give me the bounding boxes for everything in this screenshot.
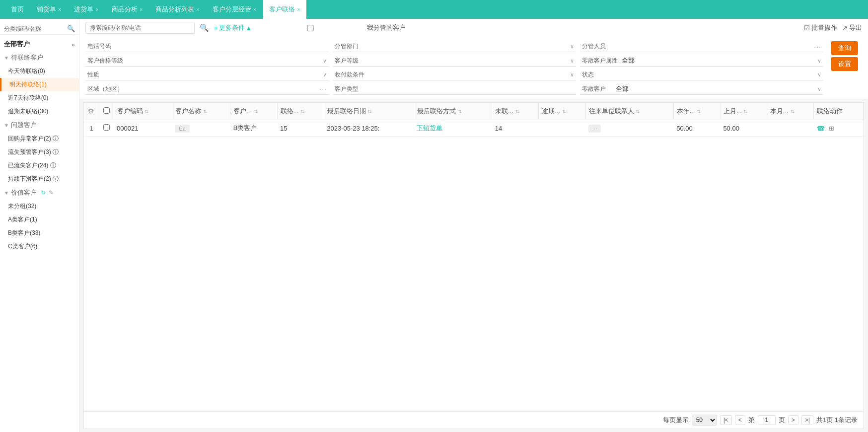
query-button[interactable]: 查询 [831,41,858,55]
search-input[interactable] [85,22,195,34]
chevron-down-icon[interactable]: ∨ [570,43,574,50]
sort-icon[interactable]: ⇅ [254,109,258,114]
region-input[interactable] [125,85,317,92]
refresh-icon[interactable]: ↻ [41,189,46,196]
chevron-down-icon[interactable]: ∨ [817,58,821,64]
col-code: 客户编码 ⇅ [114,103,172,120]
payment-input[interactable] [366,72,568,78]
last-month-amount: 50.00 [720,120,767,137]
close-icon[interactable]: × [297,6,300,12]
export-button[interactable]: ↗ 导出 [842,23,862,32]
sidebar-item-lostwarning[interactable]: 流失预警客户(3) ⓘ [0,145,79,159]
close-icon[interactable]: × [140,6,143,12]
collapse-icon[interactable]: « [72,41,75,48]
first-page-btn[interactable]: |< [720,415,732,425]
my-customers-input[interactable] [256,25,365,31]
sidebar-group-pending[interactable]: ▼ 待联络客户 [0,51,79,65]
more-icon[interactable]: ··· [319,85,327,93]
sidebar-item-lost[interactable]: 已流失客户(24) ⓘ [0,159,79,172]
sidebar-group-value[interactable]: ▼ 价值客户 ↻ ✎ [0,186,79,200]
chevron-down-icon[interactable]: ∨ [570,58,574,64]
next-page-btn[interactable]: > [788,415,798,425]
chevron-down-icon[interactable]: ∨ [570,72,574,78]
nav-customer-tier[interactable]: 客户分层经营 × [207,0,262,19]
sort-icon[interactable]: ⇅ [791,109,795,114]
sort-icon[interactable]: ⇅ [562,109,566,114]
sidebar-item-c-class[interactable]: C类客户(6) [0,240,79,253]
sort-icon[interactable]: ⇅ [697,109,701,114]
sidebar-item-ungrouped[interactable]: 未分组(32) [0,200,79,213]
sidebar-group-problem[interactable]: ▼ 问题客户 [0,118,79,132]
all-customers-title[interactable]: 全部客户 « [0,38,79,51]
close-icon[interactable]: × [196,6,199,12]
phone-action-icon[interactable]: ☎ [817,125,825,132]
nav-purchase-order[interactable]: 进货单 × [68,0,104,19]
filter-icon: ≡ [214,24,218,32]
overdue-cell [539,120,585,137]
customer-type-cell: B类客户 [230,120,277,137]
select-all-checkbox[interactable] [103,107,110,114]
person-input[interactable] [614,43,812,50]
nav-home[interactable]: 首页 [5,0,30,19]
chevron-down-icon[interactable]: ∨ [817,86,821,92]
row-select-checkbox[interactable] [103,124,110,131]
customer-name: Ea [172,120,230,137]
nav-sales-order[interactable]: 销货单 × [31,0,67,19]
nav-customer-contact[interactable]: 客户联络 × [263,0,306,19]
sort-icon[interactable]: ⇅ [515,109,519,114]
sort-icon[interactable]: ⇅ [300,109,304,114]
sidebar-search-input[interactable] [4,25,65,32]
per-page-select[interactable]: 50 10 20 100 [692,415,717,426]
sidebar-item-overdue[interactable]: 逾期未联络(30) [0,105,79,118]
more-conditions-btn[interactable]: ≡ 更多条件 ▲ [214,23,252,32]
customer-level-input[interactable] [366,57,568,64]
sidebar-item-tomorrow[interactable]: 明天待联络(1) [0,78,79,91]
page-number-input[interactable] [758,415,776,425]
sidebar-item-7days[interactable]: 近7天待联络(0) [0,91,79,105]
close-icon[interactable]: × [95,6,98,12]
customer-type-input[interactable] [366,85,574,92]
sidebar-item-a-class[interactable]: A类客户(1) [0,213,79,226]
filter-payment: 收付款条件 ∨ [333,70,576,80]
nav-product-analysis-list[interactable]: 商品分析列表 × [149,0,205,19]
settings-button[interactable]: 设置 [831,57,858,71]
more-icon[interactable]: ··· [814,43,821,51]
batch-op-button[interactable]: ☑ 批量操作 [804,23,837,32]
my-customers-checkbox[interactable]: 我分管的客户 [256,23,406,32]
sidebar-item-b-class[interactable]: B类客户(33) [0,226,79,240]
sidebar-item-today[interactable]: 今天待联络(0) [0,65,79,78]
sort-icon[interactable]: ⇅ [367,109,371,114]
prev-page-btn[interactable]: < [735,415,745,425]
chevron-down-icon[interactable]: ∨ [817,72,821,78]
sort-icon[interactable]: ⇅ [203,109,207,114]
row-action-group: ☎ ⊞ [817,125,861,132]
sort-icon[interactable]: ⇅ [743,109,747,114]
close-icon[interactable]: × [58,6,61,12]
top-nav: 首页 销货单 × 进货单 × 商品分析 × 商品分析列表 × 客户分层经营 × … [0,0,868,19]
nav-product-analysis[interactable]: 商品分析 × [106,0,148,19]
status-input[interactable] [614,72,815,78]
phone-input[interactable] [119,43,327,50]
last-contact-link[interactable]: 下销货单 [417,124,442,132]
sidebar-item-declining[interactable]: 持续下滑客户(2) ⓘ [0,172,79,186]
sidebar-search-icon[interactable]: 🔍 [67,25,75,32]
sort-icon[interactable]: ⇅ [458,109,462,114]
sort-icon[interactable]: ⇅ [145,109,148,114]
chevron-down-icon[interactable]: ∨ [323,58,327,64]
sort-icon[interactable]: ⇅ [636,109,640,114]
gear-icon[interactable]: ⚙ [88,107,94,115]
dept-input[interactable] [366,43,568,50]
edit-icon[interactable]: ✎ [49,189,54,196]
filter-row-3: 性质 ∨ 收付款条件 ∨ 状态 ∨ [85,70,823,80]
chevron-down-icon[interactable]: ∨ [323,72,327,78]
advanced-filter: 电话号码 分管部门 ∨ 分管人员 ··· [79,37,868,99]
grid-action-icon[interactable]: ⊞ [829,125,834,132]
sidebar-item-abnormal[interactable]: 回购异常客户(2) ⓘ [0,132,79,145]
filter-dept: 分管部门 ∨ [333,41,576,52]
last-page-btn[interactable]: >| [801,415,813,425]
search-button[interactable]: 🔍 [199,23,210,32]
col-overdue: 逾期... ⇅ [539,103,585,120]
close-icon[interactable]: × [253,6,256,12]
nature-input[interactable] [119,72,321,78]
price-level-input[interactable] [125,57,321,64]
